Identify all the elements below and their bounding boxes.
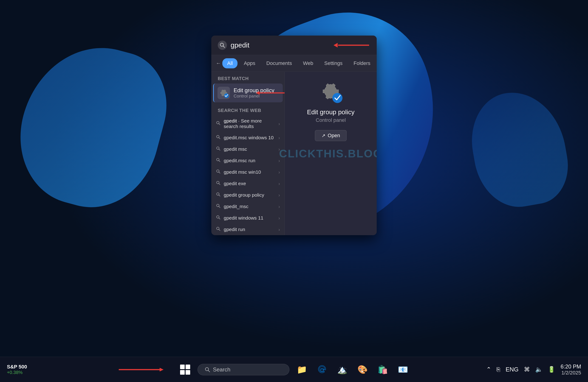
open-button[interactable]: ↗ Open xyxy=(315,130,347,141)
taskbar-file-explorer[interactable]: 📁 xyxy=(294,362,310,377)
windows-logo xyxy=(180,364,190,375)
volume-icon[interactable]: 🔈 xyxy=(534,365,544,374)
search-web-icon-0 xyxy=(216,121,220,127)
search-web-icon-7 xyxy=(216,204,220,210)
search-web-item-1[interactable]: gpedit.msc windows 10 › xyxy=(211,132,285,143)
svg-point-29 xyxy=(332,93,342,103)
search-left-panel: Best match xyxy=(211,72,285,235)
search-web-item-5[interactable]: gpedit exe › xyxy=(211,178,285,189)
chevron-icon-5: › xyxy=(278,181,280,186)
chevron-icon-7: › xyxy=(278,204,280,209)
svg-line-11 xyxy=(219,138,220,139)
svg-marker-31 xyxy=(160,368,164,371)
taskbar-photos[interactable]: 🏔️ xyxy=(335,362,350,377)
right-app-subtitle: Control panel xyxy=(316,117,346,123)
desktop: ← All Apps Documents Web Settings Folder… xyxy=(0,0,588,382)
search-web-icon-3 xyxy=(216,158,220,164)
stock-name: S&P 500 xyxy=(7,364,27,370)
search-web-item-6[interactable]: gpedit group policy › xyxy=(211,189,285,201)
search-input-area xyxy=(211,36,377,55)
lang-label[interactable]: ENG xyxy=(505,365,519,374)
search-web-icon-2 xyxy=(216,146,220,152)
taskbar: S&P 500 +0.38% xyxy=(0,357,588,382)
best-match-header: Best match xyxy=(211,72,285,83)
search-web-text-1: gpedit.msc windows 10 xyxy=(224,135,275,140)
svg-marker-7 xyxy=(256,91,260,95)
search-web-icon-9 xyxy=(216,227,220,232)
clock-date: 1/2/2025 xyxy=(561,370,581,376)
network-icon[interactable]: ⎘ xyxy=(496,365,501,374)
clock[interactable]: 6:20 PM 1/2/2025 xyxy=(561,363,581,376)
chevron-icon-1: › xyxy=(278,135,280,140)
svg-line-25 xyxy=(219,218,220,219)
svg-line-9 xyxy=(219,124,220,125)
back-button[interactable]: ← xyxy=(216,58,221,68)
chevron-icon-9: › xyxy=(278,227,280,232)
search-web-item-9[interactable]: gpedit run › xyxy=(211,224,285,235)
system-icons: ⌃ ⎘ ENG ⌘ 🔈 🔋 xyxy=(485,365,556,374)
search-content: Best match xyxy=(211,72,377,235)
svg-line-21 xyxy=(219,195,220,196)
search-panel: ← All Apps Documents Web Settings Folder… xyxy=(211,36,377,235)
chevron-icon-8: › xyxy=(278,215,280,221)
chevron-icon-2: › xyxy=(278,147,280,152)
chevron-up-icon[interactable]: ⌃ xyxy=(485,365,492,374)
tab-folders[interactable]: Folders xyxy=(349,58,375,68)
taskbar-edge[interactable]: ○ xyxy=(314,362,330,377)
svg-line-33 xyxy=(208,370,210,372)
tab-web[interactable]: Web xyxy=(298,58,318,68)
search-input[interactable] xyxy=(231,41,330,49)
search-web-icon-8 xyxy=(216,215,220,221)
taskbar-search-text: Search xyxy=(213,366,230,373)
search-web-text-0: gpedit · See more search results xyxy=(224,118,275,129)
right-app-icon xyxy=(318,79,343,104)
stock-change: +0.38% xyxy=(7,370,27,375)
edge-icon xyxy=(317,364,327,375)
wifi-icon[interactable]: ⌘ xyxy=(523,365,531,374)
search-web-item-0[interactable]: gpedit · See more search results › xyxy=(211,115,285,132)
start-button[interactable] xyxy=(177,362,193,377)
tab-documents[interactable]: Documents xyxy=(262,58,297,68)
search-web-item-8[interactable]: gpedit windows 11 › xyxy=(211,212,285,224)
search-right-panel: Edit group policy Control panel CLICKTHI… xyxy=(285,72,377,235)
battery-icon[interactable]: 🔋 xyxy=(547,365,556,374)
svg-line-1 xyxy=(223,46,225,48)
search-web-text-9: gpedit run xyxy=(224,227,275,232)
search-web-text-5: gpedit exe xyxy=(224,181,275,186)
search-web-text-7: gpedit_msc xyxy=(224,204,275,209)
search-web-text-6: gpedit group policy xyxy=(224,192,275,198)
watermark: CLICKTHIS.BLOG xyxy=(279,147,377,160)
taskbar-outlook[interactable]: 📧 xyxy=(395,362,411,377)
search-web-icon-6 xyxy=(216,192,220,198)
desktop-swirl-accent xyxy=(464,85,574,214)
chevron-icon-6: › xyxy=(278,192,280,198)
search-web-item-3[interactable]: gpedit.msc run › xyxy=(211,155,285,166)
tab-all[interactable]: All xyxy=(222,58,237,68)
search-web-text-3: gpedit.msc run xyxy=(224,158,275,163)
search-web-item-7[interactable]: gpedit_msc › xyxy=(211,201,285,212)
search-web-text-8: gpedit windows 11 xyxy=(224,215,275,221)
filter-tabs: ← All Apps Documents Web Settings Folder… xyxy=(211,55,377,72)
arrow-to-input xyxy=(334,41,370,49)
taskbar-store[interactable]: 🛍️ xyxy=(375,362,390,377)
chevron-icon-4: › xyxy=(278,170,280,175)
taskbar-search-icon xyxy=(205,367,210,372)
stock-widget[interactable]: S&P 500 +0.38% xyxy=(7,364,27,375)
search-web-item-4[interactable]: gpedit msc win10 › xyxy=(211,166,285,178)
search-web-icon-1 xyxy=(216,135,220,141)
search-web-text-2: gpedit msc xyxy=(224,146,275,152)
open-icon: ↗ xyxy=(322,133,325,138)
search-web-header: Search the web xyxy=(211,104,285,115)
gear-check-icon xyxy=(219,88,229,98)
taskbar-search[interactable]: Search xyxy=(198,364,289,375)
right-app-title: Edit group policy xyxy=(307,109,355,116)
taskbar-copilot[interactable]: 🎨 xyxy=(355,362,370,377)
tab-settings[interactable]: Settings xyxy=(319,58,348,68)
search-web-item-2[interactable]: gpedit msc › xyxy=(211,143,285,155)
search-web-icon-5 xyxy=(216,181,220,187)
arrow-to-best-match xyxy=(256,90,286,96)
svg-line-23 xyxy=(219,207,220,208)
arrow-to-start xyxy=(118,366,164,373)
open-label: Open xyxy=(328,133,340,139)
tab-apps[interactable]: Apps xyxy=(239,58,260,68)
